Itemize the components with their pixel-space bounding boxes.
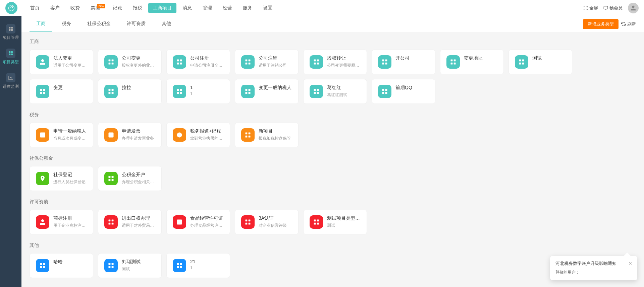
svg-rect-37 (40, 89, 42, 91)
section-shebao: 社保公积金 社保登记 进行人员社保登记 公积金开户 (30, 155, 636, 191)
card-shenqingfapiao[interactable]: 申请发票 办理申请发票业务 (98, 123, 162, 147)
card-text-shenqingfapiao: 申请发票 办理申请发票业务 (122, 128, 155, 141)
card-xinxiangmu[interactable]: 新项目 报税加税控盘保管 (235, 123, 299, 147)
card-icon-shuiwubaodao (173, 128, 186, 142)
nav-bookkeeping[interactable]: 记账 (108, 3, 127, 13)
card-gongjijinkaihu[interactable]: 公积金开户 办理公积金相关业务 (98, 166, 162, 191)
svg-rect-30 (454, 60, 456, 62)
card-gongsizhuce[interactable]: 公司注册 申请公司注册全流程 (166, 50, 230, 74)
tab-shuiwu[interactable]: 税务 (55, 16, 78, 32)
svg-rect-17 (246, 60, 248, 62)
card-shebaodengji[interactable]: 社保登记 进行人员社保登记 (30, 166, 93, 191)
card-gongsizuxiao[interactable]: 公司注销 适用于注销公司 (235, 50, 299, 74)
card-icon-gongjijinkaihu (104, 172, 118, 185)
card-shuiwubaodao[interactable]: 税务报道+记账 拿到营业执照的新公司 (166, 123, 230, 147)
cards-grid-shuiwu: 申请一般纳税人 当月或次月成变更完成 申请发票 办理申请发票业务 (30, 123, 636, 147)
card-21[interactable]: 21 1 (166, 253, 230, 278)
nav-business[interactable]: 工商项目 (148, 3, 176, 13)
card-text-fazhenbiangeng: 法人变更 适用于公司变更法人 (53, 55, 87, 68)
card-desc-fazhenbiangeng: 适用于公司变更法人 (53, 63, 87, 68)
card-icon-haha (36, 259, 49, 272)
card-3arenzheng[interactable]: 3A认证 对企业信誉评级 (235, 210, 299, 234)
add-type-button[interactable]: 新增业务类型 (583, 19, 619, 29)
card-name-gongsibianggeng: 公司变更 (122, 55, 155, 61)
card-gehonghong[interactable]: 葛红红 葛红红测试 (303, 79, 367, 104)
svg-rect-24 (317, 63, 319, 65)
card-name-gehonghong: 葛红红 (327, 85, 361, 91)
card-icon-biangengdizhi (446, 55, 460, 69)
card-name-one: 1 (190, 85, 224, 90)
card-kaigongsi[interactable]: 开公司 (372, 50, 435, 74)
fullscreen-label: 全屏 (589, 5, 598, 11)
card-desc-21: 1 (190, 266, 224, 270)
card-lala[interactable]: 拉拉 (98, 79, 162, 104)
svg-rect-53 (314, 89, 316, 91)
card-gongsibianggeng[interactable]: 公司变更 股权变更外的业务变更 (98, 50, 162, 74)
nav-tax[interactable]: 报税 (128, 3, 147, 13)
card-shipinjingying[interactable]: 食品经营许可证 办理食品经营许可证 (166, 210, 230, 234)
card-biangeng[interactable]: 变更 (30, 79, 93, 104)
card-biangeng-납세[interactable]: 变更一般纳税人 (235, 79, 299, 104)
card-qianqiqq[interactable]: 前期QQ (372, 79, 435, 104)
nav-items: 首页 客户 收费 票据 new 记账 报税 工商项目 消息 管理 经营 服务 设… (25, 3, 583, 13)
nav-message[interactable]: 消息 (178, 3, 197, 13)
card-shangbiaozhuce[interactable]: 商标注册 用于企业商标注册服务 (30, 210, 93, 234)
card-biangengdizhi[interactable]: 变更地址 (440, 50, 504, 74)
card-desc-shenqingnas: 当月或次月成变更完成 (53, 136, 87, 141)
svg-rect-19 (246, 63, 248, 65)
refresh-button[interactable]: 刷新 (621, 21, 636, 27)
sidebar-label-progress: 进度监测 (3, 84, 19, 89)
nav-charge[interactable]: 收费 (66, 3, 85, 13)
sidebar-item-progress[interactable]: 进度监测 (0, 69, 21, 93)
notification-close-button[interactable]: × (629, 261, 632, 267)
svg-rect-36 (522, 63, 524, 65)
svg-rect-90 (112, 263, 114, 265)
card-desc-jinchukouban: 适用于对外贸易经营者 (122, 223, 155, 228)
card-name-jinchukouban: 进出口权办理 (122, 215, 155, 221)
fullscreen-button[interactable]: 全屏 (583, 5, 598, 11)
card-text-guquanzhuanrang: 股权转让 公司变更需要股权转让 (327, 55, 361, 68)
card-one[interactable]: 1 1 (166, 79, 230, 104)
svg-rect-93 (177, 263, 179, 265)
nav-home[interactable]: 首页 (25, 3, 44, 13)
nav-ticket[interactable]: 票据 new (86, 3, 107, 13)
card-ceshixiangmuleixing[interactable]: 测试项目类型目定义 测试 (303, 210, 367, 234)
card-text-gehonghong: 葛红红 葛红红测试 (327, 85, 361, 98)
card-text-biangengdizhi: 变更地址 (464, 55, 497, 63)
sidebar-item-project-type[interactable]: 项目类型 (0, 45, 21, 69)
sidebar-item-project-manage[interactable]: 项目管理 (0, 20, 21, 45)
card-icon-shebaodengji (36, 172, 49, 185)
nav-customer[interactable]: 客户 (46, 3, 64, 13)
svg-rect-73 (112, 220, 114, 222)
nav-settings[interactable]: 设置 (258, 3, 277, 13)
card-shenqingnas[interactable]: 申请一般纳税人 当月或次月成变更完成 (30, 123, 93, 147)
card-name-gongjijinkaihu: 公积金开户 (122, 172, 155, 178)
user-avatar[interactable] (628, 3, 639, 13)
nav-service[interactable]: 服务 (238, 3, 257, 13)
card-icon-guquanzhuanrang (310, 55, 323, 69)
card-text-haha: 哈哈 (53, 259, 87, 266)
tab-xuke[interactable]: 许可资质 (120, 16, 152, 32)
svg-rect-48 (180, 92, 182, 94)
member-button[interactable]: 畅会员 (603, 5, 623, 11)
card-haha[interactable]: 哈哈 (30, 253, 93, 278)
section-title-gongshang: 工商 (30, 39, 636, 45)
svg-rect-7 (9, 54, 10, 55)
nav-operation[interactable]: 经营 (218, 3, 237, 13)
svg-rect-75 (112, 223, 114, 225)
tab-gongshang[interactable]: 工商 (30, 16, 52, 32)
card-desc-shipinjingying: 办理食品经营许可证 (190, 223, 224, 228)
tab-qita[interactable]: 其他 (155, 16, 178, 32)
card-guquanzhuanrang[interactable]: 股权转让 公司变更需要股权转让 (303, 50, 367, 74)
svg-rect-12 (112, 63, 114, 65)
card-icon-ceshi (515, 55, 528, 69)
card-liucongceshi[interactable]: 刘聪测试 测试 (98, 253, 162, 278)
tab-shebao[interactable]: 社保公积金 (80, 16, 117, 32)
svg-rect-89 (109, 263, 111, 265)
card-jinchukouban[interactable]: 进出口权办理 适用于对外贸易经营者 (98, 210, 162, 234)
card-fazhenbiangeng[interactable]: 法人变更 适用于公司变更法人 (30, 50, 93, 74)
nav-manage[interactable]: 管理 (198, 3, 217, 13)
notification-triangle (624, 253, 631, 256)
card-ceshi[interactable]: 测试 (508, 50, 572, 74)
svg-rect-46 (180, 89, 182, 91)
